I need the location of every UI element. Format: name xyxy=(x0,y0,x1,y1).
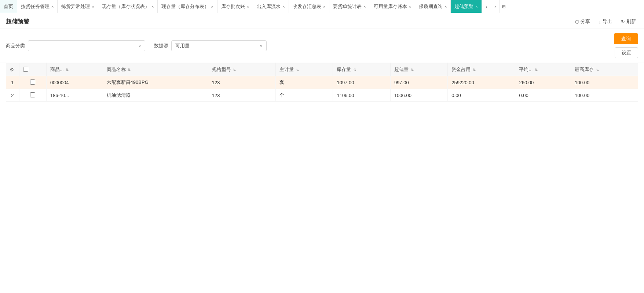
th-product-code[interactable]: 商品... ⇅ xyxy=(46,63,103,76)
close-tab-stock-dist[interactable]: × xyxy=(211,4,213,9)
row-capital-occ-0: 259220.00 xyxy=(448,76,515,89)
sort-icon-avg: ⇅ xyxy=(535,68,538,72)
row-product-name-0: 六配套新昌490BPG xyxy=(103,76,208,89)
tab-home[interactable]: 首页 xyxy=(0,0,17,13)
row-stock-0: 1097.00 xyxy=(333,76,390,89)
th-capital-occ[interactable]: 资金占用 ⇅ xyxy=(448,63,515,76)
row-overstock-1: 1006.00 xyxy=(390,89,447,102)
th-spec-model[interactable]: 规格型号 ⇅ xyxy=(208,63,275,76)
settings-button[interactable]: 设置 xyxy=(615,47,638,58)
tab-stock-status[interactable]: 现存量（库存状况表） × xyxy=(98,0,158,13)
row-avg-1: 0.00 xyxy=(515,89,571,102)
select-all-checkbox[interactable] xyxy=(23,67,28,72)
table-row: 2 186-10... 机油滤清器 123 个 1106.00 1006.00 … xyxy=(6,89,638,102)
th-main-unit[interactable]: 主计量 ⇅ xyxy=(275,63,333,76)
tab-nav-prev[interactable]: ‹ xyxy=(482,0,491,13)
datasource-filter: 数据源 可用量 ∨ xyxy=(154,40,267,51)
table-body: 1 0000004 六配套新昌490BPG 123 套 1097.00 997.… xyxy=(6,76,638,102)
th-stock[interactable]: 库存量 ⇅ xyxy=(333,63,390,76)
datasource-select[interactable]: 可用量 ∨ xyxy=(171,40,267,51)
close-tab-abnormal-proc[interactable]: × xyxy=(92,4,94,9)
th-settings[interactable]: ⚙ xyxy=(6,63,19,76)
row-checkbox-cell-1[interactable] xyxy=(19,89,46,102)
sort-icon-stock: ⇅ xyxy=(353,68,356,72)
row-spec-model-1: 123 xyxy=(208,89,275,102)
query-button[interactable]: 查询 xyxy=(614,33,638,44)
close-tab-overstock-warn[interactable]: × xyxy=(475,4,477,9)
close-tab-avail-account[interactable]: × xyxy=(409,4,411,9)
category-label: 商品分类 xyxy=(6,42,25,49)
category-select[interactable]: ∨ xyxy=(28,40,145,51)
row-num-0: 1 xyxy=(6,76,19,89)
data-table: ⚙ 商品... ⇅ 商品名称 ⇅ 规格型号 ⇅ xyxy=(6,63,638,102)
page-title: 超储预警 xyxy=(6,18,29,26)
sort-icon-spec-model: ⇅ xyxy=(233,68,236,72)
export-button[interactable]: ↓ 导出 xyxy=(597,18,615,26)
tab-abnormal-proc[interactable]: 拣货异常处理 × xyxy=(58,0,98,13)
tab-nav-more[interactable]: ⊞ xyxy=(500,0,508,13)
th-checkbox[interactable] xyxy=(19,63,46,76)
tab-in-out-flow[interactable]: 出入库流水 × xyxy=(253,0,289,13)
table-header-row: ⚙ 商品... ⇅ 商品名称 ⇅ 规格型号 ⇅ xyxy=(6,63,638,76)
page-content: 超储预警 ⬡ 分享 ↓ 导出 ↻ 刷新 商品分类 ∨ 数据源 xyxy=(0,13,644,293)
sort-icon-product-name: ⇅ xyxy=(128,68,131,72)
row-stock-1: 1106.00 xyxy=(333,89,390,102)
filter-row: 商品分类 ∨ 数据源 可用量 ∨ 查询 设置 xyxy=(0,29,644,63)
row-checkbox-0[interactable] xyxy=(30,79,35,85)
row-product-name-1: 机油滤清器 xyxy=(103,89,208,102)
th-avg[interactable]: 平均... ⇅ xyxy=(515,63,571,76)
datasource-label: 数据源 xyxy=(154,42,168,49)
tab-bar: 首页 拣货任务管理 × 拣货异常处理 × 现存量（库存状况表） × 现存量（库存… xyxy=(0,0,644,13)
header-actions: ⬡ 分享 ↓ 导出 ↻ 刷新 xyxy=(573,18,638,26)
sort-icon-main-unit: ⇅ xyxy=(296,68,299,72)
close-tab-collect-summary[interactable]: × xyxy=(323,4,325,9)
row-product-code-1: 186-10... xyxy=(46,89,103,102)
row-product-code-0: 0000004 xyxy=(46,76,103,89)
datasource-value: 可用量 xyxy=(175,42,190,49)
row-main-unit-1: 个 xyxy=(275,89,333,102)
tab-order-stats[interactable]: 要货单统计表 × xyxy=(329,0,370,13)
row-max-stock-1: 100.00 xyxy=(571,89,638,102)
th-max-stock[interactable]: 最高库存 ⇅ xyxy=(571,63,638,76)
sort-icon-capital-occ: ⇅ xyxy=(473,68,476,72)
table-row: 1 0000004 六配套新昌490BPG 123 套 1097.00 997.… xyxy=(6,76,638,89)
filter-right-actions: 查询 设置 xyxy=(614,33,638,58)
refresh-button[interactable]: ↻ 刷新 xyxy=(619,18,638,26)
refresh-icon: ↻ xyxy=(621,19,625,25)
close-tab-task-mgmt[interactable]: × xyxy=(51,4,54,9)
row-spec-model-0: 123 xyxy=(208,76,275,89)
close-tab-stock-status[interactable]: × xyxy=(151,4,154,9)
page-header: 超储预警 ⬡ 分享 ↓ 导出 ↻ 刷新 xyxy=(0,13,644,29)
tab-overstock-warn[interactable]: 超储预警 × xyxy=(451,0,482,13)
row-checkbox-cell-0[interactable] xyxy=(19,76,46,89)
tab-batch-account[interactable]: 库存批次账 × xyxy=(217,0,253,13)
th-product-name[interactable]: 商品名称 ⇅ xyxy=(103,63,208,76)
sort-icon-overstock: ⇅ xyxy=(411,68,414,72)
chevron-down-icon-2: ∨ xyxy=(260,44,263,48)
close-tab-batch-account[interactable]: × xyxy=(247,4,249,9)
close-tab-quality-check[interactable]: × xyxy=(444,4,447,9)
tab-task-mgmt[interactable]: 拣货任务管理 × xyxy=(17,0,58,13)
row-max-stock-0: 100.00 xyxy=(571,76,638,89)
tab-stock-dist[interactable]: 现存量（库存分布表） × xyxy=(158,0,217,13)
chevron-down-icon: ∨ xyxy=(138,44,141,48)
category-filter: 商品分类 ∨ xyxy=(6,40,145,51)
sort-icon-max-stock: ⇅ xyxy=(596,68,599,72)
tab-nav-next[interactable]: › xyxy=(491,0,500,13)
share-icon: ⬡ xyxy=(575,19,579,25)
share-button[interactable]: ⬡ 分享 xyxy=(573,18,592,26)
row-main-unit-0: 套 xyxy=(275,76,333,89)
close-tab-order-stats[interactable]: × xyxy=(363,4,366,9)
row-avg-0: 260.00 xyxy=(515,76,571,89)
row-capital-occ-1: 0.00 xyxy=(448,89,515,102)
tab-quality-check[interactable]: 保质期查询 × xyxy=(415,0,451,13)
close-tab-in-out-flow[interactable]: × xyxy=(282,4,285,9)
tab-avail-account[interactable]: 可用量库存账本 × xyxy=(370,0,415,13)
tab-collect-summary[interactable]: 收发存汇总表 × xyxy=(289,0,329,13)
row-checkbox-1[interactable] xyxy=(30,92,35,97)
sort-icon-product-code: ⇅ xyxy=(66,68,69,72)
th-overstock[interactable]: 超储量 ⇅ xyxy=(390,63,447,76)
row-overstock-0: 997.00 xyxy=(390,76,447,89)
export-icon: ↓ xyxy=(599,19,601,25)
row-num-1: 2 xyxy=(6,89,19,102)
